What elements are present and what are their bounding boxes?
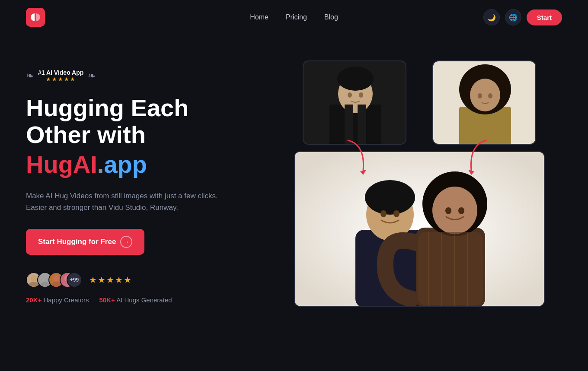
svg-point-5 [51,282,61,288]
accent-dot-text: . [97,151,104,178]
hero-left: ❧ #1 AI Video App ★★★★★ ❧ Hugging Each O… [26,60,259,304]
svg-point-4 [53,275,59,281]
stat-creators: 20K+ Happy Creators [26,296,89,304]
avatar-group: +99 [26,272,82,288]
svg-point-35 [458,207,464,214]
dark-mode-button[interactable]: 🌙 [483,9,500,25]
svg-point-31 [432,187,477,234]
globe-icon: 🌐 [509,13,518,22]
nav-blog[interactable]: Blog [324,13,338,21]
image-card-person1 [303,60,406,145]
stat-hugs-num: 50K+ [99,296,115,304]
hero-images [277,60,562,311]
social-proof: +99 ★★★★★ [26,272,259,288]
svg-point-2 [42,275,48,281]
nav-home[interactable]: Home [250,13,268,21]
image-card-hug [294,151,545,307]
cta-button[interactable]: Start Hugging for Free → [26,229,144,255]
start-button[interactable]: Start [527,10,562,25]
nav-links: Home Pricing Blog [250,13,338,21]
svg-point-0 [31,275,37,281]
moon-icon: 🌙 [487,13,496,22]
nav-right: 🌙 🌐 Start [483,9,562,25]
badge: ❧ #1 AI Video App ★★★★★ ❧ [26,69,259,82]
accent-red-text: HugAI [26,151,97,178]
nav-pricing[interactable]: Pricing [286,13,307,21]
image-card-person2 [432,60,536,145]
laurel-right-icon: ❧ [88,70,96,82]
svg-point-34 [445,207,451,214]
stats: 20K+ Happy Creators 50K+ AI Hugs Generat… [26,296,259,304]
hero-section: ❧ #1 AI Video App ★★★★★ ❧ Hugging Each O… [0,35,588,311]
stat-creators-label-text: Happy Creators [43,296,89,304]
svg-point-15 [359,92,363,98]
svg-point-33 [393,210,399,217]
svg-rect-36 [418,232,483,305]
arrow-left-icon [339,136,374,179]
svg-point-3 [40,282,50,288]
badge-stars: ★★★★★ [46,76,76,82]
badge-text: #1 AI Video App ★★★★★ [38,69,83,82]
svg-point-14 [348,92,352,98]
svg-point-28 [365,180,415,215]
arrow-right-icon [460,136,495,179]
badge-title: #1 AI Video App [38,69,83,76]
svg-point-20 [478,93,482,98]
cta-label: Start Hugging for Free [38,238,116,246]
svg-point-11 [337,67,374,91]
rating-stars: ★★★★★ [89,275,132,285]
stat-hugs-label-text: AI Hugs Generated [116,296,172,304]
cta-arrow-icon: → [120,236,132,248]
logo[interactable] [26,8,45,27]
stat-creators-num: 20K+ [26,296,42,304]
language-button[interactable]: 🌐 [505,9,521,25]
svg-point-19 [470,79,500,111]
stat-hugs: 50K+ AI Hugs Generated [99,296,172,304]
hero-heading-line1: Hugging Each Other with [26,95,259,148]
hero-heading-accent: HugAI.app [26,151,259,178]
svg-point-1 [29,282,38,288]
hero-description: Make AI Hug Videos from still images wit… [26,190,225,213]
svg-point-21 [488,93,492,98]
avatar-plus: +99 [67,272,82,288]
laurel-left-icon: ❧ [26,70,34,82]
navbar: Home Pricing Blog 🌙 🌐 Start [0,0,588,35]
svg-point-32 [380,210,387,217]
accent-blue-text: app [104,151,147,178]
